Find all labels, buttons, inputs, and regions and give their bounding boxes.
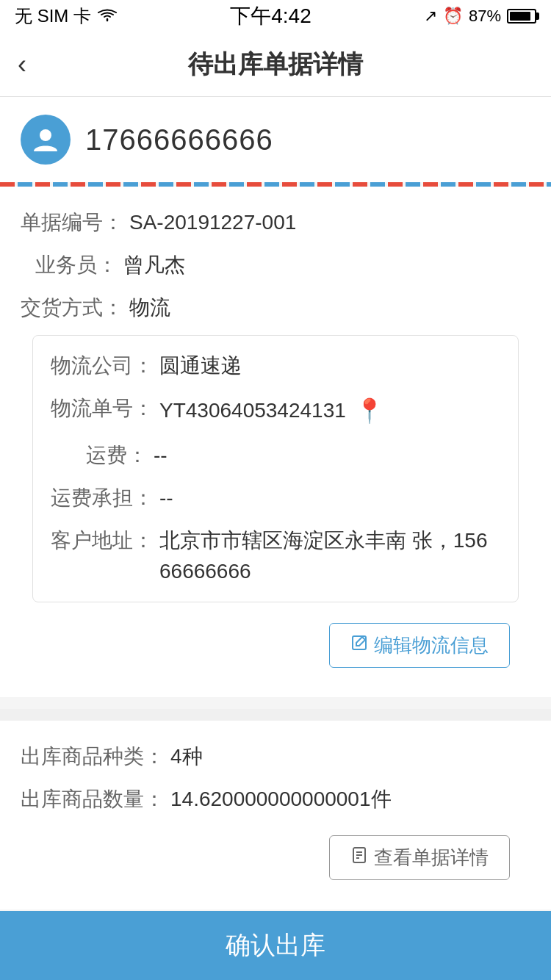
logistics-company-value: 圆通速递 xyxy=(159,350,500,381)
logistics-company-label: 物流公司： xyxy=(51,350,159,381)
delivery-method-value: 物流 xyxy=(129,292,530,323)
view-details-container: 查看单据详情 xyxy=(21,826,530,895)
tracking-location-icon[interactable]: 📍 xyxy=(355,393,384,428)
tracking-number-row: 物流单号： YT43064053424131 📍 xyxy=(51,393,500,428)
customer-phone: 17666666666 xyxy=(85,123,273,156)
salesman-value: 曾凡杰 xyxy=(123,250,530,281)
svg-point-0 xyxy=(40,129,51,141)
location-status-icon: ↗ xyxy=(424,7,437,26)
status-carrier: 无 SIM 卡 xyxy=(15,4,118,28)
nav-bar: ‹ 待出库单据详情 xyxy=(0,32,551,97)
freight-bearer-label: 运费承担： xyxy=(51,483,159,514)
edit-icon xyxy=(350,634,368,657)
edit-logistics-label: 编辑物流信息 xyxy=(374,633,489,658)
order-number-label: 单据编号： xyxy=(21,207,129,238)
goods-types-label: 出库商品种类： xyxy=(21,741,170,772)
status-bar: 无 SIM 卡 下午4:42 ↗ ⏰ 87% xyxy=(0,0,551,32)
battery-icon xyxy=(507,9,536,24)
customer-section: 17666666666 xyxy=(0,97,551,182)
logistics-box: 物流公司： 圆通速递 物流单号： YT43064053424131 📍 运费： … xyxy=(32,335,519,602)
address-value: 北京市市辖区海淀区永丰南 张，156 66666666 xyxy=(159,525,500,587)
goods-quantity-row: 出库商品数量： 14.620000000000001件 xyxy=(21,784,530,815)
goods-types-value: 4种 xyxy=(170,741,530,772)
delivery-method-row: 交货方式： 物流 xyxy=(21,292,530,323)
wifi-icon xyxy=(97,6,118,26)
address-row: 客户地址： 北京市市辖区海淀区永丰南 张，156 66666666 xyxy=(51,525,500,587)
alarm-icon: ⏰ xyxy=(443,7,463,26)
section-divider xyxy=(0,709,551,721)
battery-percent: 87% xyxy=(469,7,501,26)
confirm-button[interactable]: 确认出库 xyxy=(0,929,551,962)
address-label: 客户地址： xyxy=(51,525,159,556)
edit-btn-container: 编辑物流信息 xyxy=(21,614,530,682)
status-icons: ↗ ⏰ 87% xyxy=(424,7,536,26)
delivery-method-label: 交货方式： xyxy=(21,292,129,323)
salesman-row: 业务员： 曾凡杰 xyxy=(21,250,530,281)
tracking-number-value: YT43064053424131 xyxy=(159,395,346,426)
logistics-company-row: 物流公司： 圆通速递 xyxy=(51,350,500,381)
view-details-label: 查看单据详情 xyxy=(374,845,489,871)
order-number-row: 单据编号： SA-20191227-001 xyxy=(21,207,530,238)
page-title: 待出库单据详情 xyxy=(188,48,363,82)
back-button[interactable]: ‹ xyxy=(18,49,26,80)
salesman-label: 业务员： xyxy=(21,250,123,281)
freight-label: 运费： xyxy=(51,440,154,471)
freight-bearer-value: -- xyxy=(159,483,500,514)
view-details-button[interactable]: 查看单据详情 xyxy=(329,835,510,880)
goods-section: 出库商品种类： 4种 出库商品数量： 14.620000000000001件 查… xyxy=(0,721,551,909)
freight-value: -- xyxy=(154,440,500,471)
goods-types-row: 出库商品种类： 4种 xyxy=(21,741,530,772)
confirm-btn-container: 确认出库 xyxy=(0,911,551,980)
freight-row: 运费： -- xyxy=(51,440,500,471)
goods-quantity-value: 14.620000000000001件 xyxy=(170,784,530,815)
basic-info-section: 单据编号： SA-20191227-001 业务员： 曾凡杰 交货方式： 物流 … xyxy=(0,187,551,697)
edit-logistics-button[interactable]: 编辑物流信息 xyxy=(329,623,510,668)
freight-bearer-row: 运费承担： -- xyxy=(51,483,500,514)
status-time: 下午4:42 xyxy=(230,2,311,30)
carrier-text: 无 SIM 卡 xyxy=(15,4,91,28)
order-number-value: SA-20191227-001 xyxy=(129,207,530,238)
avatar xyxy=(21,115,71,165)
tracking-number-label: 物流单号： xyxy=(51,393,159,424)
tracking-number-container: YT43064053424131 📍 xyxy=(159,393,500,428)
document-icon xyxy=(350,846,368,869)
goods-quantity-label: 出库商品数量： xyxy=(21,784,170,815)
